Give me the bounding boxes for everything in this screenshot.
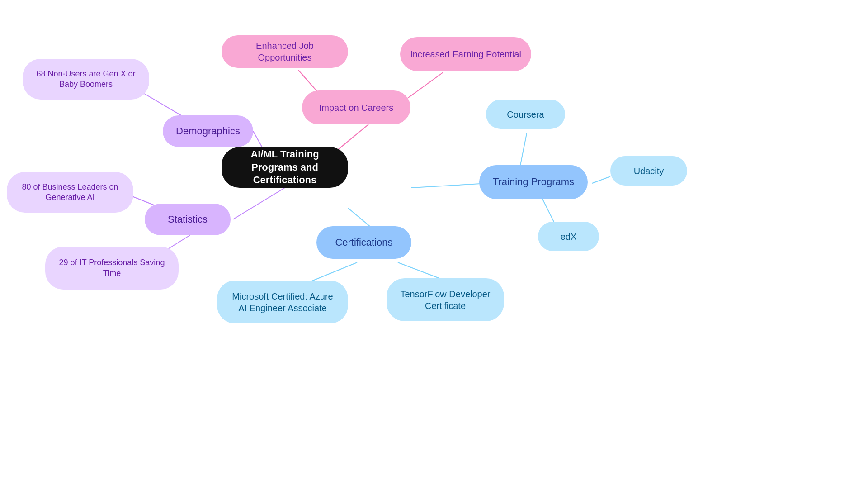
center-node: AI/ML Training Programs and Certificatio… [222, 147, 348, 188]
edx-node[interactable]: edX [538, 222, 599, 251]
azure-cert-label: Microsoft Certified: Azure AI Engineer A… [227, 290, 338, 314]
svg-line-2 [233, 188, 285, 219]
enhanced-jobs-node[interactable]: Enhanced Job Opportunities [222, 35, 348, 68]
business-leaders-node[interactable]: 80 of Business Leaders on Generative AI [7, 172, 133, 213]
statistics-node[interactable]: Statistics [145, 204, 231, 235]
center-label: AI/ML Training Programs and Certificatio… [231, 148, 338, 187]
svg-line-9 [520, 133, 527, 167]
azure-cert-node[interactable]: Microsoft Certified: Azure AI Engineer A… [217, 281, 348, 323]
certifications-label: Certifications [335, 236, 392, 249]
svg-line-13 [307, 262, 357, 283]
gen-x-label: 68 Non-Users are Gen X or Baby Boomers [33, 69, 139, 90]
certifications-node[interactable]: Certifications [316, 226, 411, 259]
udacity-node[interactable]: Udacity [610, 156, 687, 186]
svg-line-8 [411, 183, 488, 188]
impact-careers-label: Impact on Careers [319, 102, 394, 114]
svg-line-10 [592, 176, 610, 183]
coursera-label: Coursera [507, 109, 544, 120]
udacity-label: Udacity [634, 165, 664, 177]
training-programs-label: Training Programs [493, 176, 574, 189]
it-professionals-node[interactable]: 29 of IT Professionals Saving Time [45, 247, 179, 290]
edx-label: edX [561, 231, 577, 243]
business-leaders-label: 80 of Business Leaders on Generative AI [17, 182, 123, 203]
demographics-label: Demographics [176, 125, 240, 138]
training-programs-node[interactable]: Training Programs [479, 165, 588, 199]
it-professionals-label: 29 of IT Professionals Saving Time [55, 257, 169, 279]
gen-x-node[interactable]: 68 Non-Users are Gen X or Baby Boomers [23, 59, 149, 100]
demographics-node[interactable]: Demographics [163, 115, 253, 147]
statistics-label: Statistics [168, 213, 208, 226]
tensorflow-cert-node[interactable]: TensorFlow Developer Certificate [387, 278, 504, 321]
increased-earning-node[interactable]: Increased Earning Potential [400, 37, 531, 71]
coursera-node[interactable]: Coursera [486, 100, 565, 129]
impact-careers-node[interactable]: Impact on Careers [302, 90, 410, 124]
enhanced-jobs-label: Enhanced Job Opportunities [231, 40, 338, 63]
increased-earning-label: Increased Earning Potential [410, 48, 521, 60]
tensorflow-cert-label: TensorFlow Developer Certificate [396, 288, 494, 312]
